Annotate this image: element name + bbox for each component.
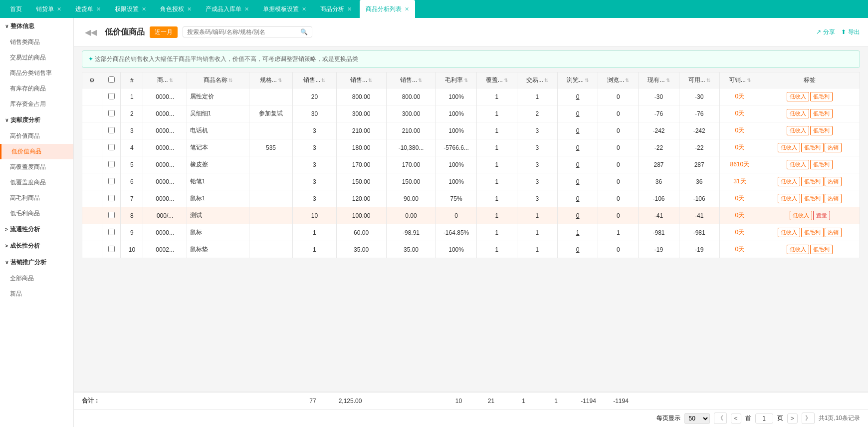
browse-link[interactable]: 0 (576, 161, 580, 168)
sidebar-group-growth[interactable]: > 成长性分析 (0, 238, 73, 254)
tag: 低收入 (778, 228, 800, 237)
row-checkbox[interactable] (108, 93, 115, 99)
next-page-button[interactable]: > (787, 414, 798, 424)
search-input[interactable] (187, 28, 298, 35)
close-icon[interactable]: ✕ (96, 6, 101, 12)
sidebar-item-sales-products[interactable]: 销售类商品 (0, 34, 73, 50)
s2-cell: 35.00 (336, 241, 386, 258)
browse-link[interactable]: 0 (576, 144, 580, 151)
row-checkbox[interactable] (108, 195, 115, 201)
sidebar-item-stock-capital[interactable]: 库存资金占用 (0, 96, 73, 112)
cover-cell: 1 (476, 122, 517, 139)
nav-home[interactable]: 首页 (4, 0, 28, 18)
s2-cell: 100.00 (336, 207, 386, 224)
sidebar-item-category-rate[interactable]: 商品分类销售率 (0, 65, 73, 81)
page-size-select[interactable]: 50 100 200 (684, 413, 710, 424)
browse-link[interactable]: 0 (576, 212, 580, 219)
cover-cell: 1 (476, 173, 517, 190)
col-checkbox[interactable] (102, 72, 120, 88)
sidebar-group-marketing[interactable]: ∨ 营销推广分析 (0, 254, 73, 271)
col-stock2[interactable]: 可用...⇅ (679, 72, 719, 88)
browse-link[interactable]: 0 (576, 195, 580, 202)
col-spec[interactable]: 规格...⇅ (249, 72, 292, 88)
close-icon[interactable]: ✕ (302, 6, 306, 12)
col-name[interactable]: 商品名称⇅ (187, 72, 249, 88)
col-num: # (121, 72, 143, 88)
col-sale2[interactable]: 销售...⇅ (336, 72, 386, 88)
spec-cell (249, 173, 292, 190)
row-checkbox[interactable] (108, 178, 115, 184)
col-browse2[interactable]: 浏览...⇅ (598, 72, 639, 88)
browse-link[interactable]: 0 (576, 246, 580, 253)
row-checkbox[interactable] (108, 110, 115, 116)
nav-sales-order[interactable]: 销货单 ✕ (30, 0, 67, 18)
col-margin[interactable]: 毛利率⇅ (436, 72, 476, 88)
col-settings[interactable]: ⚙ (82, 72, 102, 88)
export-button[interactable]: ⬆ 导出 (841, 28, 860, 36)
sidebar-item-stock-products[interactable]: 有库存的商品 (0, 81, 73, 96)
nav-template-settings[interactable]: 单据模板设置 ✕ (257, 0, 312, 18)
num-cell: 4 (121, 139, 143, 156)
nav-permissions[interactable]: 权限设置 ✕ (109, 0, 152, 18)
col-sellable[interactable]: 可销...⇅ (719, 72, 760, 88)
browse-link[interactable]: 1 (576, 229, 580, 236)
col-stock1[interactable]: 现有...⇅ (639, 72, 679, 88)
close-icon[interactable]: ✕ (347, 6, 352, 12)
close-icon[interactable]: ✕ (244, 6, 249, 12)
col-browse1[interactable]: 浏览...⇅ (558, 72, 598, 88)
row-checkbox[interactable] (108, 127, 115, 133)
nav-finished-goods[interactable]: 产成品入库单 ✕ (200, 0, 255, 18)
sidebar-item-high-coverage[interactable]: 高覆盖度商品 (0, 159, 73, 175)
col-sale1[interactable]: 销售...⇅ (293, 72, 336, 88)
select-all-checkbox[interactable] (108, 76, 115, 83)
nav-product-analysis-list[interactable]: 商品分析列表 ✕ (360, 0, 415, 18)
nav-product-analysis[interactable]: 商品分析 ✕ (314, 0, 358, 18)
sidebar-item-low-coverage[interactable]: 低覆盖度商品 (0, 175, 73, 190)
close-icon[interactable]: ✕ (142, 6, 146, 12)
first-page-button[interactable]: 《 (714, 413, 727, 424)
nav-purchase-order[interactable]: 进货单 ✕ (69, 0, 107, 18)
sidebar-group-overall[interactable]: ∨ 整体信息 (0, 18, 73, 34)
sidebar-item-low-margin[interactable]: 低毛利商品 (0, 206, 73, 221)
browse-link[interactable]: 0 (576, 127, 580, 134)
collapse-sidebar-button[interactable]: ◀◀ (82, 23, 100, 41)
nav-roles[interactable]: 角色授权 ✕ (154, 0, 198, 18)
browse-link[interactable]: 0 (576, 93, 580, 100)
col-trade[interactable]: 交易...⇅ (517, 72, 557, 88)
close-icon[interactable]: ✕ (405, 6, 409, 12)
search-icon[interactable]: 🔍 (300, 28, 308, 35)
browse-link[interactable]: 0 (576, 110, 580, 117)
tags-cell: 低收入低毛利热销 (760, 224, 860, 241)
browse-link[interactable]: 0 (576, 178, 580, 185)
tag: 热销 (825, 228, 842, 237)
days-value: 0天 (735, 246, 745, 253)
sidebar-group-contribution[interactable]: ∨ 贡献度分析 (0, 112, 73, 128)
table-container[interactable]: ⚙ # 商...⇅ 商品名称⇅ 规格...⇅ 销售...⇅ 销售...⇅ 销售.… (82, 72, 860, 392)
share-button[interactable]: ↗ 分享 (816, 28, 835, 36)
sidebar-item-new-products[interactable]: 新品 (0, 286, 73, 302)
row-checkbox[interactable] (108, 246, 115, 252)
sidebar-item-low-value[interactable]: 低价值商品 (0, 144, 73, 159)
page-number-input[interactable] (755, 414, 773, 424)
filter-recent-month-button[interactable]: 近一月 (150, 26, 178, 38)
sidebar-item-traded-products[interactable]: 交易过的商品 (0, 50, 73, 65)
close-icon[interactable]: ✕ (57, 6, 61, 12)
row-checkbox[interactable] (108, 161, 115, 167)
row-checkbox[interactable] (108, 229, 115, 235)
col-sale3[interactable]: 销售...⇅ (386, 72, 436, 88)
prev-page-button[interactable]: < (731, 414, 741, 424)
sidebar-group-circulation[interactable]: > 流通性分析 (0, 221, 73, 238)
stock2-cell: -22 (679, 139, 719, 156)
sidebar-item-high-value[interactable]: 高价值商品 (0, 128, 73, 144)
col-code[interactable]: 商...⇅ (143, 72, 187, 88)
last-page-button[interactable]: 》 (802, 413, 815, 424)
sidebar-item-high-margin[interactable]: 高毛利商品 (0, 190, 73, 206)
col-coverage[interactable]: 覆盖...⇅ (476, 72, 517, 88)
sidebar-item-all-products[interactable]: 全部商品 (0, 271, 73, 286)
table-row: 5 0000... 橡皮擦 3 170.00 170.00 100% 1 3 0… (82, 156, 860, 173)
row-checkbox[interactable] (108, 212, 115, 218)
close-icon[interactable]: ✕ (187, 6, 192, 12)
days-cell: 0天 (719, 207, 760, 224)
s1-cell: 30 (293, 105, 336, 122)
row-checkbox[interactable] (108, 144, 115, 150)
